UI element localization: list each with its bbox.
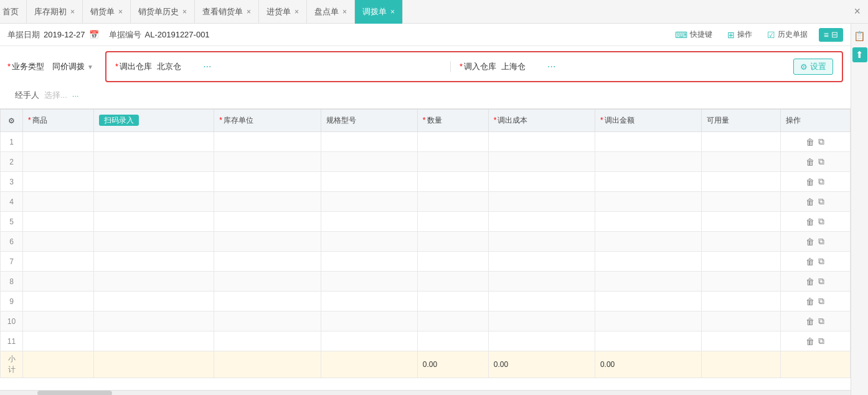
row-qty-11[interactable] <box>417 331 488 351</box>
row-product-10[interactable] <box>23 312 94 331</box>
row-spec-8[interactable] <box>321 272 417 292</box>
sidebar-expand-icon[interactable]: ⬆ <box>852 47 867 62</box>
shortcut-button[interactable]: ⌨ 快捷键 <box>671 27 716 42</box>
row-qty-3[interactable] <box>417 172 488 192</box>
row-cost-10[interactable] <box>488 312 595 331</box>
row-amount-4[interactable] <box>595 192 701 212</box>
row-cost-6[interactable] <box>488 232 595 252</box>
row-cost-8[interactable] <box>488 272 595 292</box>
copy-icon[interactable]: ⧉ <box>818 136 824 147</box>
copy-icon[interactable]: ⧉ <box>818 256 824 267</box>
delete-icon[interactable]: 🗑 <box>806 137 814 147</box>
row-spec-9[interactable] <box>321 292 417 312</box>
row-spec-10[interactable] <box>321 312 417 331</box>
row-unit-5[interactable] <box>214 212 321 232</box>
row-cost-4[interactable] <box>488 192 595 212</box>
row-product-7[interactable] <box>23 252 94 272</box>
row-unit-7[interactable] <box>214 252 321 272</box>
row-qty-10[interactable] <box>417 312 488 331</box>
delete-icon[interactable]: 🗑 <box>806 177 814 187</box>
row-product-5[interactable] <box>23 212 94 232</box>
close-window-button[interactable]: × <box>854 5 866 18</box>
tab-transfer-order-close[interactable]: × <box>390 7 395 16</box>
row-unit-8[interactable] <box>214 272 321 292</box>
row-amount-3[interactable] <box>595 172 701 192</box>
calendar-icon[interactable]: 📅 <box>89 30 99 40</box>
row-amount-7[interactable] <box>595 252 701 272</box>
tab-home[interactable]: 首页 <box>2 0 27 24</box>
business-type-select[interactable]: 同价调拨 ▼ <box>48 59 98 75</box>
tab-inventory-init-close[interactable]: × <box>70 7 75 16</box>
tab-sales-history-close[interactable]: × <box>182 7 187 16</box>
row-spec-5[interactable] <box>321 212 417 232</box>
tab-view-sales-close[interactable]: × <box>247 7 251 16</box>
copy-icon[interactable]: ⧉ <box>818 276 824 287</box>
row-spec-2[interactable] <box>321 152 417 172</box>
tab-transfer-order[interactable]: 调拨单 × <box>355 0 403 24</box>
delete-icon[interactable]: 🗑 <box>806 277 814 287</box>
copy-icon[interactable]: ⧉ <box>818 216 824 227</box>
row-cost-9[interactable] <box>488 292 595 312</box>
row-product-6[interactable] <box>23 232 94 252</box>
tab-purchase-order-close[interactable]: × <box>295 7 299 16</box>
horizontal-scrollbar[interactable] <box>0 390 851 395</box>
copy-icon[interactable]: ⧉ <box>818 176 824 187</box>
copy-icon[interactable]: ⧉ <box>818 316 824 326</box>
row-cost-7[interactable] <box>488 252 595 272</box>
delete-icon[interactable]: 🗑 <box>806 257 814 267</box>
delete-icon[interactable]: 🗑 <box>806 157 814 167</box>
copy-icon[interactable]: ⧉ <box>818 236 824 247</box>
delete-icon[interactable]: 🗑 <box>806 197 814 207</box>
row-qty-9[interactable] <box>417 292 488 312</box>
row-product-11[interactable] <box>23 331 94 351</box>
copy-icon[interactable]: ⧉ <box>818 336 824 346</box>
row-product-1[interactable] <box>23 132 94 152</box>
row-unit-6[interactable] <box>214 232 321 252</box>
row-unit-10[interactable] <box>214 312 321 331</box>
tab-sales-order[interactable]: 销货单 × <box>83 0 131 24</box>
row-amount-9[interactable] <box>595 292 701 312</box>
history-button[interactable]: ☑ 历史单据 <box>763 27 811 42</box>
row-spec-7[interactable] <box>321 252 417 272</box>
delete-icon[interactable]: 🗑 <box>806 217 814 227</box>
row-product-8[interactable] <box>23 272 94 292</box>
row-amount-6[interactable] <box>595 232 701 252</box>
row-spec-4[interactable] <box>321 192 417 212</box>
tab-purchase-order[interactable]: 进货单 × <box>259 0 307 24</box>
operation-button[interactable]: ⊞ 操作 <box>724 27 756 42</box>
row-amount-11[interactable] <box>595 331 701 351</box>
row-product-2[interactable] <box>23 152 94 172</box>
copy-icon[interactable]: ⧉ <box>818 196 824 207</box>
scrollbar-thumb[interactable] <box>37 391 112 395</box>
row-qty-5[interactable] <box>417 212 488 232</box>
tab-inventory-check[interactable]: 盘点单 × <box>307 0 355 24</box>
row-qty-4[interactable] <box>417 192 488 212</box>
settings-button[interactable]: ≡ ⊟ <box>819 28 843 42</box>
warehouse-in-more-button[interactable]: ··· <box>547 61 555 72</box>
row-amount-10[interactable] <box>595 312 701 331</box>
row-cost-3[interactable] <box>488 172 595 192</box>
copy-icon[interactable]: ⧉ <box>818 296 824 307</box>
row-amount-8[interactable] <box>595 272 701 292</box>
settings-col-header[interactable]: ⚙ <box>1 110 23 132</box>
row-amount-5[interactable] <box>595 212 701 232</box>
row-unit-4[interactable] <box>214 192 321 212</box>
row-unit-9[interactable] <box>214 292 321 312</box>
tab-view-sales[interactable]: 查看销货单 × <box>195 0 259 24</box>
row-unit-3[interactable] <box>214 172 321 192</box>
row-qty-2[interactable] <box>417 152 488 172</box>
row-spec-6[interactable] <box>321 232 417 252</box>
row-product-3[interactable] <box>23 172 94 192</box>
tab-sales-history[interactable]: 销货单历史 × <box>131 0 195 24</box>
copy-icon[interactable]: ⧉ <box>818 156 824 167</box>
delete-icon[interactable]: 🗑 <box>806 297 814 307</box>
delete-icon[interactable]: 🗑 <box>806 336 814 346</box>
row-qty-8[interactable] <box>417 272 488 292</box>
handler-select[interactable]: 选择... <box>44 90 67 101</box>
sidebar-doc-icon[interactable]: 📋 <box>852 29 867 44</box>
tab-inventory-check-close[interactable]: × <box>342 7 347 16</box>
row-spec-3[interactable] <box>321 172 417 192</box>
row-cost-1[interactable] <box>488 132 595 152</box>
row-cost-5[interactable] <box>488 212 595 232</box>
warehouse-out-more-button[interactable]: ··· <box>203 61 211 72</box>
